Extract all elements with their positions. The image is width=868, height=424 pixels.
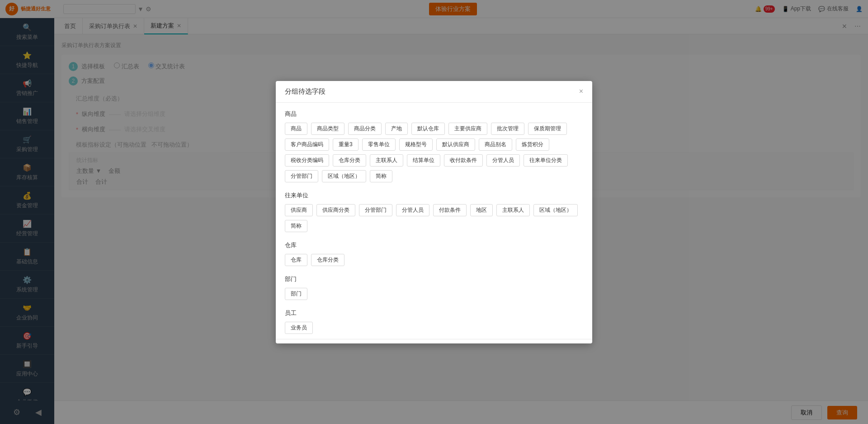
field-tag-0-21[interactable]: 往来单位分类 [524, 154, 568, 167]
field-tag-0-0[interactable]: 商品 [285, 123, 307, 135]
modal-title: 分组待选字段 [285, 87, 326, 96]
modal-hscroll[interactable] [276, 339, 592, 343]
modal-close-button[interactable]: × [579, 87, 583, 95]
field-group-title-0: 商品 [285, 110, 583, 118]
field-group-2: 仓库仓库仓库分类 [285, 241, 583, 266]
field-tag-1-1[interactable]: 供应商分类 [316, 204, 355, 216]
modal-body: 商品商品商品类型商品分类产地默认仓库主要供应商批次管理保质期管理客户商品编码重量… [276, 103, 592, 339]
field-tag-0-15[interactable]: 税收分类编码 [285, 154, 329, 167]
field-tag-0-17[interactable]: 主联系人 [370, 154, 403, 167]
field-tag-0-10[interactable]: 零售单位 [362, 138, 396, 151]
field-group-0: 商品商品商品类型商品分类产地默认仓库主要供应商批次管理保质期管理客户商品编码重量… [285, 110, 583, 182]
field-group-title-4: 员工 [285, 309, 583, 317]
field-tags-2: 仓库仓库分类 [285, 254, 583, 266]
field-tag-0-3[interactable]: 产地 [385, 123, 408, 135]
field-tag-0-19[interactable]: 收付款条件 [444, 154, 483, 167]
field-tag-1-0[interactable]: 供应商 [285, 204, 313, 216]
field-tag-0-14[interactable]: 炼货积分 [516, 138, 549, 151]
modal-header: 分组待选字段 × [276, 81, 592, 103]
field-group-title-3: 部门 [285, 275, 583, 283]
field-tag-0-4[interactable]: 默认仓库 [411, 123, 445, 135]
field-tag-0-1[interactable]: 商品类型 [311, 123, 344, 135]
modal-dialog: 分组待选字段 × 商品商品商品类型商品分类产地默认仓库主要供应商批次管理保质期管… [276, 81, 592, 343]
field-tags-1: 供应商供应商分类分管部门分管人员付款条件地区主联系人区域（地区）简称 [285, 204, 583, 232]
field-tag-0-22[interactable]: 分管部门 [285, 170, 318, 182]
field-tag-0-2[interactable]: 商品分类 [348, 123, 382, 135]
field-tags-0: 商品商品类型商品分类产地默认仓库主要供应商批次管理保质期管理客户商品编码重量3零… [285, 123, 583, 182]
field-tag-0-11[interactable]: 规格型号 [399, 138, 433, 151]
field-tag-1-6[interactable]: 主联系人 [496, 204, 530, 216]
field-tag-0-7[interactable]: 保质期管理 [528, 123, 567, 135]
field-tag-2-0[interactable]: 仓库 [285, 254, 307, 266]
field-tag-3-0[interactable]: 部门 [285, 288, 307, 300]
field-tag-0-18[interactable]: 结算单位 [407, 154, 440, 167]
field-group-4: 员工业务员 [285, 309, 583, 334]
field-tag-0-8[interactable]: 客户商品编码 [285, 138, 329, 151]
field-tag-1-8[interactable]: 简称 [285, 220, 307, 232]
field-group-title-2: 仓库 [285, 241, 583, 249]
field-tag-0-23[interactable]: 区域（地区） [322, 170, 366, 182]
field-tags-4: 业务员 [285, 322, 583, 334]
field-group-3: 部门部门 [285, 275, 583, 300]
field-tag-0-16[interactable]: 仓库分类 [333, 154, 366, 167]
field-tag-0-13[interactable]: 商品别名 [479, 138, 512, 151]
field-tag-1-2[interactable]: 分管部门 [359, 204, 392, 216]
field-tag-1-5[interactable]: 地区 [470, 204, 493, 216]
field-tag-1-7[interactable]: 区域（地区） [533, 204, 578, 216]
field-tag-0-9[interactable]: 重量3 [333, 138, 359, 151]
field-tag-0-12[interactable]: 默认供应商 [436, 138, 475, 151]
field-tag-0-24[interactable]: 简称 [370, 170, 392, 182]
field-tag-1-3[interactable]: 分管人员 [396, 204, 429, 216]
field-group-title-1: 往来单位 [285, 191, 583, 200]
field-tag-1-4[interactable]: 付款条件 [433, 204, 467, 216]
field-tag-0-5[interactable]: 主要供应商 [448, 123, 487, 135]
field-group-1: 往来单位供应商供应商分类分管部门分管人员付款条件地区主联系人区域（地区）简称 [285, 191, 583, 232]
field-tag-4-0[interactable]: 业务员 [285, 322, 313, 334]
field-tag-0-6[interactable]: 批次管理 [491, 123, 524, 135]
field-tags-3: 部门 [285, 288, 583, 300]
field-tag-2-1[interactable]: 仓库分类 [311, 254, 344, 266]
modal-overlay[interactable]: 分组待选字段 × 商品商品商品类型商品分类产地默认仓库主要供应商批次管理保质期管… [0, 0, 868, 424]
field-tag-0-20[interactable]: 分管人员 [486, 154, 520, 167]
